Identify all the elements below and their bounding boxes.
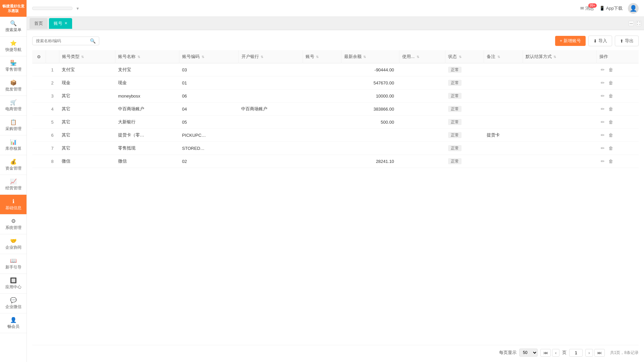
search-input[interactable]	[36, 39, 90, 43]
row-default-settlement	[523, 103, 597, 116]
sidebar-item-search[interactable]: 🔍 搜索菜单	[0, 17, 26, 37]
delete-button[interactable]: 🗑	[607, 66, 614, 73]
member-icon: 👤	[10, 317, 17, 323]
sidebar-item-guide[interactable]: 📖 新手引导	[0, 254, 26, 274]
edit-button[interactable]: ✏	[599, 66, 606, 73]
import-button[interactable]: ⬇ 导入	[588, 36, 612, 46]
table-row: 8 微信 微信 02 28241.10 正常 ✏ 🗑	[32, 155, 639, 168]
sidebar-item-appstore[interactable]: 🔲 应用中心	[0, 274, 26, 294]
next-page-button[interactable]: ›	[585, 349, 593, 357]
row-balance: 547670.00	[341, 76, 399, 89]
prev-page-button[interactable]: ‹	[552, 349, 559, 357]
user-avatar[interactable]: 👤	[628, 3, 639, 14]
col-remark[interactable]: 备注 ⇅	[484, 50, 523, 63]
col-balance[interactable]: 最新余额 ⇅	[341, 50, 399, 63]
maximize-button[interactable]: ⛶	[636, 21, 641, 26]
row-index: 5	[46, 116, 59, 129]
search-icon[interactable]: 🔍	[90, 38, 96, 44]
edit-button[interactable]: ✏	[599, 119, 606, 125]
col-status[interactable]: 状态 ⇅	[445, 50, 484, 63]
edit-button[interactable]: ✏	[599, 158, 606, 165]
edit-button[interactable]: ✏	[599, 106, 606, 112]
row-account	[303, 103, 341, 116]
edit-button[interactable]: ✏	[599, 93, 606, 99]
tab-home[interactable]: 首页	[30, 18, 48, 29]
page-size-select[interactable]: 50 20 100	[519, 349, 538, 357]
operations-icon: 📈	[10, 178, 17, 185]
sidebar-item-label-member: 畅会员	[7, 324, 19, 329]
row-code: 04	[179, 103, 238, 116]
col-usage[interactable]: 使用... ⇅	[399, 50, 445, 63]
col-account[interactable]: 账号 ⇅	[303, 50, 341, 63]
delete-button[interactable]: 🗑	[607, 132, 614, 138]
col-code[interactable]: 账号编码 ⇅	[179, 50, 238, 63]
tab-account[interactable]: 账号 ✕	[49, 18, 72, 29]
messages-button[interactable]: ✉ 消息 99+	[580, 5, 594, 11]
sidebar-item-wechat[interactable]: 💬 企业微信	[0, 294, 26, 313]
sidebar-item-inventory[interactable]: 📊 库存核算	[0, 135, 26, 155]
sidebar-item-member[interactable]: 👤 畅会员	[0, 313, 26, 333]
col-bank[interactable]: 开户银行 ⇅	[238, 50, 303, 63]
sidebar-item-label-basic: 基础信息	[5, 205, 21, 211]
sidebar-item-shortcut[interactable]: ⭐ 快捷导航	[0, 37, 26, 56]
col-default-settlement[interactable]: 默认结算方式 ⇅	[523, 50, 597, 63]
sidebar-item-wholesale[interactable]: 📦 批发管理	[0, 76, 26, 96]
inventory-icon: 📊	[10, 139, 17, 145]
row-actions: ✏ 🗑	[597, 76, 639, 89]
accounts-table: ⚙ 账号类型 ⇅ 账号名称 ⇅ 账号编码 ⇅ 开户银行 ⇅ 账号 ⇅ 最新余额 …	[32, 50, 639, 168]
delete-button[interactable]: 🗑	[607, 79, 614, 86]
row-index: 7	[46, 142, 59, 155]
edit-button[interactable]: ✏	[599, 79, 606, 86]
page-nav: ⏮ ‹ 页 › ⏭	[540, 349, 605, 357]
row-balance: -90444.00	[341, 63, 399, 76]
sidebar-item-label-guide: 新手引导	[5, 264, 21, 270]
row-balance: 28241.10	[341, 155, 399, 168]
tab-account-close[interactable]: ✕	[64, 21, 67, 25]
row-index: 3	[46, 89, 59, 103]
delete-button[interactable]: 🗑	[607, 145, 614, 152]
row-account	[303, 129, 341, 142]
header-dropdown-icon[interactable]: ▾	[76, 6, 79, 11]
row-index: 1	[46, 63, 59, 76]
delete-button[interactable]: 🗑	[607, 119, 614, 125]
row-bank	[238, 76, 303, 89]
table-row: 5 其它 大新银行 05 500.00 正常 ✏ 🗑	[32, 116, 639, 129]
sidebar-item-label-search: 搜索菜单	[5, 27, 21, 33]
page-input[interactable]	[569, 349, 583, 357]
edit-button[interactable]: ✏	[599, 145, 606, 152]
sidebar-item-finance[interactable]: 💰 资金管理	[0, 155, 26, 175]
first-page-button[interactable]: ⏮	[540, 349, 551, 357]
sidebar-item-purchase[interactable]: 📋 采购管理	[0, 116, 26, 135]
sidebar-item-ecommerce[interactable]: 🛒 电商管理	[0, 96, 26, 116]
sidebar-item-basic[interactable]: ℹ 基础信息	[0, 195, 26, 215]
main-area: ▾ ✉ 消息 99+ 📱 App下载 👤 首页 账号 ✕	[27, 0, 644, 362]
export-button[interactable]: ⬆ 导出	[615, 36, 639, 46]
row-gear	[32, 142, 46, 155]
wechat-icon: 💬	[10, 297, 17, 303]
sidebar-item-operations[interactable]: 📈 经营管理	[0, 175, 26, 195]
row-account	[303, 155, 341, 168]
finance-icon: 💰	[10, 159, 17, 165]
delete-button[interactable]: 🗑	[607, 158, 614, 165]
content-area: 🔍 + 新增账号 ⬇ 导入 ⬆ 导出	[27, 30, 644, 362]
avatar-image: 👤	[630, 5, 637, 12]
col-name[interactable]: 账号名称 ⇅	[115, 50, 179, 63]
col-type[interactable]: 账号类型 ⇅	[59, 50, 115, 63]
delete-button[interactable]: 🗑	[607, 93, 614, 99]
delete-button[interactable]: 🗑	[607, 106, 614, 112]
purchase-icon: 📋	[10, 119, 17, 125]
row-bank	[238, 63, 303, 76]
app-download-button[interactable]: 📱 App下载	[599, 5, 623, 11]
add-account-button[interactable]: + 新增账号	[555, 36, 586, 46]
row-gear	[32, 116, 46, 129]
sidebar-item-retail[interactable]: 🏪 零售管理	[0, 56, 26, 76]
system-icon: ⚙	[11, 218, 16, 224]
edit-button[interactable]: ✏	[599, 132, 606, 138]
minimize-button[interactable]: —	[629, 21, 634, 26]
sidebar-item-system[interactable]: ⚙ 系统管理	[0, 215, 26, 234]
pagination-bar: 每页显示 50 20 100 ⏮ ‹ 页 › ⏭ 共1页，8条记录	[32, 345, 639, 357]
col-gear[interactable]: ⚙	[32, 50, 46, 63]
header-right: ✉ 消息 99+ 📱 App下载 👤	[580, 3, 639, 14]
sidebar-item-enterprise[interactable]: 🤝 企业协同	[0, 234, 26, 254]
last-page-button[interactable]: ⏭	[594, 349, 605, 357]
